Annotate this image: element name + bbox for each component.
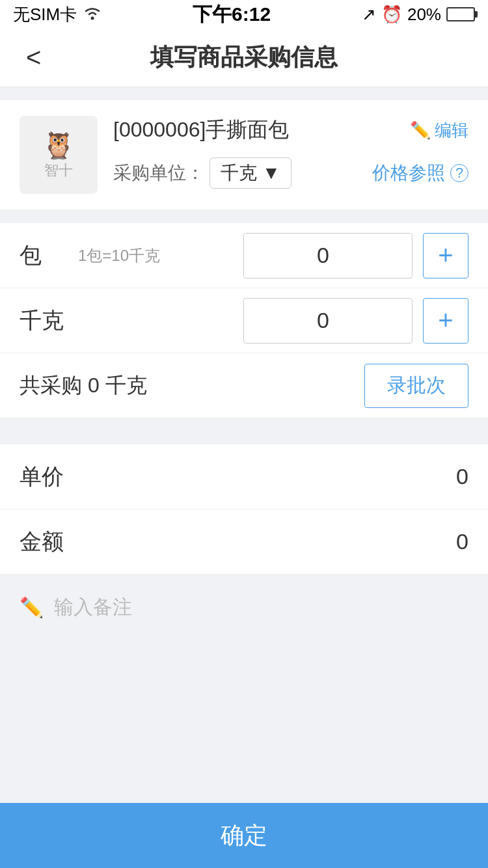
amount-value: 0 (456, 529, 468, 554)
dropdown-icon: ▼ (262, 163, 280, 183)
product-image: 🦉 智十 (20, 116, 98, 194)
amount-row: 金额 0 (0, 509, 488, 575)
note-input-wrap: ✏️ 输入备注 (20, 594, 468, 621)
price-section: 单价 0 金额 0 (0, 444, 488, 575)
back-button[interactable]: < (20, 36, 47, 79)
logo-text: 智十 (44, 161, 73, 180)
unit-price-label: 单价 (20, 462, 64, 492)
bag-plus-button[interactable]: + (423, 233, 468, 278)
product-card: 🦉 智十 [0000006]手撕面包 ✏️ 编辑 采购单位： 千克 ▼ 价格参照… (0, 100, 488, 210)
bag-input-row: 包 1包=10千克 + (0, 223, 488, 288)
svg-point-0 (91, 16, 94, 20)
carrier-text: 无SIM卡 (13, 3, 77, 26)
total-row: 共采购 0 千克 录批次 (0, 353, 488, 418)
divider-1 (0, 210, 488, 223)
status-time: 下午6:12 (193, 1, 271, 28)
unit-price-value: 0 (456, 464, 468, 489)
batch-button[interactable]: 录批次 (364, 364, 468, 408)
nav-bar: < 填写商品采购信息 (0, 29, 488, 87)
kg-label: 千克 (20, 306, 72, 336)
unit-label: 采购单位： (113, 161, 204, 185)
bag-label: 包 (20, 241, 72, 271)
amount-label: 金额 (20, 527, 64, 557)
bag-sublabel: 1包=10千克 (78, 245, 160, 266)
product-logo: 🦉 智十 (42, 130, 75, 180)
edit-icon: ✏️ (410, 120, 431, 141)
price-ref-button[interactable]: 价格参照 ? (372, 161, 468, 185)
page-title: 填写商品采购信息 (150, 42, 338, 74)
bag-input[interactable] (243, 233, 413, 278)
note-placeholder: 输入备注 (54, 594, 132, 621)
wifi-icon (83, 5, 102, 25)
unit-row: 采购单位： 千克 ▼ 价格参照 ? (113, 157, 468, 189)
kg-plus-button[interactable]: + (423, 298, 468, 344)
unit-select[interactable]: 千克 ▼ (210, 157, 291, 189)
alarm-icon: ⏰ (381, 5, 402, 25)
pencil-icon: ✏️ (20, 596, 44, 619)
bag-field-wrap: + (160, 233, 468, 278)
note-section[interactable]: ✏️ 输入备注 (0, 575, 488, 640)
input-section: 包 1包=10千克 + 千克 + 共采购 0 千克 录批次 (0, 223, 488, 418)
owl-icon: 🦉 (42, 130, 75, 161)
price-ref-help-icon: ? (450, 164, 468, 182)
product-name-row: [0000006]手撕面包 ✏️ 编辑 (113, 116, 468, 144)
confirm-button[interactable]: 确定 (0, 803, 488, 868)
total-label: 共采购 0 千克 (20, 372, 147, 400)
location-icon: ↗ (362, 5, 376, 25)
kg-input[interactable] (243, 298, 413, 344)
product-info: [0000006]手撕面包 ✏️ 编辑 采购单位： 千克 ▼ 价格参照 ? (113, 116, 468, 189)
edit-button[interactable]: ✏️ 编辑 (410, 119, 468, 142)
confirm-label: 确定 (221, 820, 267, 852)
edit-label: 编辑 (435, 119, 468, 142)
product-name: [0000006]手撕面包 (113, 116, 289, 144)
kg-field-wrap: + (72, 298, 468, 344)
status-left: 无SIM卡 (13, 3, 102, 26)
battery-icon (446, 7, 475, 21)
unit-value: 千克 (221, 161, 257, 185)
kg-input-row: 千克 + (0, 288, 488, 353)
battery-percent: 20% (407, 5, 441, 25)
status-bar: 无SIM卡 下午6:12 ↗ ⏰ 20% (0, 0, 488, 29)
price-ref-label: 价格参照 (372, 161, 445, 185)
divider-2 (0, 418, 488, 431)
unit-price-row: 单价 0 (0, 444, 488, 509)
status-right: ↗ ⏰ 20% (362, 5, 475, 25)
